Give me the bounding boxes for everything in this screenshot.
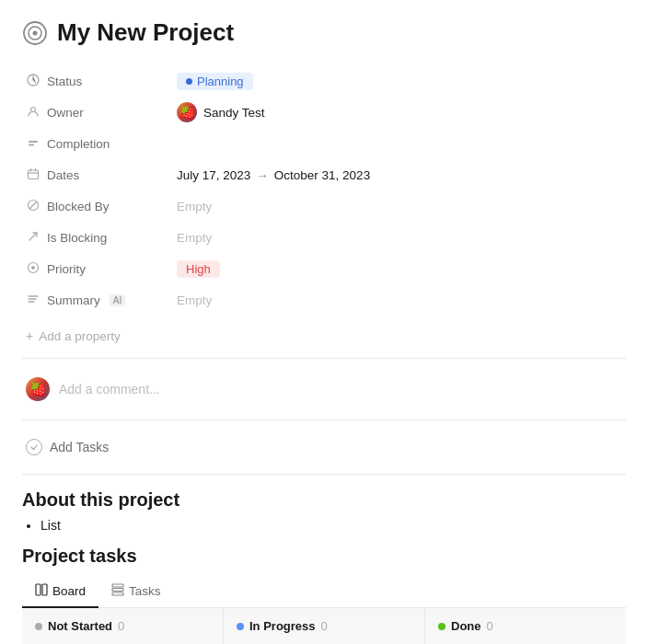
owner-row: Sandy Test (177, 102, 626, 122)
owner-property-row[interactable]: Owner Sandy Test (22, 97, 626, 128)
col-in-progress-header: In Progress 0 (237, 619, 411, 633)
page-title-row: My New Project (22, 18, 626, 47)
completion-label: Completion (22, 136, 169, 152)
comment-input[interactable]: Add a comment... (59, 382, 160, 397)
owner-label: Owner (22, 105, 169, 121)
blocked-by-property-row[interactable]: Blocked By Empty (22, 190, 626, 222)
is-blocking-value[interactable]: Empty (169, 231, 626, 245)
project-icon (22, 20, 48, 46)
svg-rect-15 (112, 589, 123, 592)
add-tasks-row[interactable]: Add Tasks (22, 430, 626, 465)
priority-icon (26, 261, 40, 277)
completion-icon (26, 136, 40, 152)
dates-range: July 17, 2023 → October 31, 2023 (177, 168, 626, 182)
tasks-tab-icon (111, 583, 124, 599)
svg-rect-13 (42, 584, 47, 595)
svg-rect-5 (29, 141, 38, 143)
svg-rect-14 (112, 584, 123, 587)
status-property-row[interactable]: Status Planning (22, 65, 626, 97)
about-title: About this project (22, 489, 626, 511)
kanban-col-in-progress: In Progress 0 + New (224, 608, 425, 644)
is-blocking-icon (26, 230, 40, 246)
divider-3 (22, 474, 626, 475)
status-icon (26, 74, 40, 89)
svg-rect-6 (29, 144, 34, 145)
divider-1 (22, 358, 626, 359)
priority-label: Priority (22, 261, 169, 277)
col-done-header: Done 0 (438, 619, 613, 633)
dates-value[interactable]: July 17, 2023 → October 31, 2023 (169, 168, 626, 182)
svg-rect-7 (29, 170, 39, 179)
status-badge[interactable]: Planning (177, 73, 253, 90)
ai-tag: AI (110, 294, 125, 306)
calendar-icon (26, 167, 40, 183)
plus-icon: + (26, 328, 33, 343)
done-dot (438, 623, 446, 630)
not-started-count: 0 (118, 619, 124, 633)
comment-avatar (26, 377, 50, 401)
blocked-by-label: Blocked By (22, 199, 169, 214)
svg-point-2 (33, 30, 38, 35)
kanban-col-not-started: Not Started 0 + New (22, 608, 224, 644)
owner-icon (26, 105, 40, 121)
in-progress-label: In Progress (249, 619, 316, 633)
summary-icon (26, 293, 40, 308)
kanban-col-done: Done 0 + New (425, 608, 626, 644)
priority-value[interactable]: High (169, 260, 626, 278)
project-tasks-title: Project tasks (22, 546, 626, 567)
summary-value[interactable]: Empty (169, 293, 626, 307)
in-progress-count: 0 (321, 619, 328, 633)
summary-property-row[interactable]: Summary AI Empty (22, 284, 626, 316)
about-list-item: List (40, 518, 626, 533)
tabs-row: Board Tasks (22, 576, 626, 608)
divider-2 (22, 420, 626, 420)
status-dot (186, 78, 192, 85)
svg-point-11 (31, 266, 35, 270)
dates-property-row[interactable]: Dates July 17, 2023 → October 31, 2023 (22, 159, 626, 190)
add-property-row[interactable]: + Add a property (22, 323, 626, 349)
blocked-by-value[interactable]: Empty (169, 200, 626, 213)
owner-value[interactable]: Sandy Test (169, 102, 626, 122)
status-label: Status (22, 74, 169, 89)
is-blocking-label: Is Blocking (22, 230, 169, 246)
summary-label: Summary AI (22, 293, 169, 308)
is-blocking-property-row[interactable]: Is Blocking Empty (22, 222, 626, 253)
avatar (177, 102, 197, 122)
not-started-label: Not Started (48, 619, 112, 633)
dates-label: Dates (22, 167, 169, 183)
page-title: My New Project (57, 18, 234, 47)
svg-rect-12 (36, 584, 40, 595)
done-label: Done (451, 619, 481, 633)
col-not-started-header: Not Started 0 (35, 619, 210, 633)
about-list: List (22, 518, 626, 533)
done-count: 0 (487, 619, 493, 633)
completion-property-row[interactable]: Completion (22, 128, 626, 159)
blocked-by-icon (26, 199, 40, 214)
priority-badge[interactable]: High (177, 260, 220, 278)
comment-row[interactable]: Add a comment... (22, 368, 626, 410)
priority-property-row[interactable]: Priority High (22, 253, 626, 284)
svg-rect-16 (112, 592, 123, 595)
check-circle-icon (26, 439, 42, 455)
tab-board[interactable]: Board (22, 576, 98, 608)
board-tab-icon (35, 583, 48, 599)
in-progress-dot (237, 623, 244, 630)
status-value[interactable]: Planning (169, 73, 626, 90)
kanban-board: Not Started 0 + New In Progress 0 + New (22, 608, 626, 644)
svg-point-4 (31, 107, 36, 111)
page-container: My New Project Status Planning (0, 0, 648, 644)
svg-line-9 (29, 201, 37, 209)
tab-tasks[interactable]: Tasks (98, 576, 174, 608)
properties-section: Status Planning Owner Sandy Test (22, 65, 626, 316)
not-started-dot (35, 623, 42, 630)
